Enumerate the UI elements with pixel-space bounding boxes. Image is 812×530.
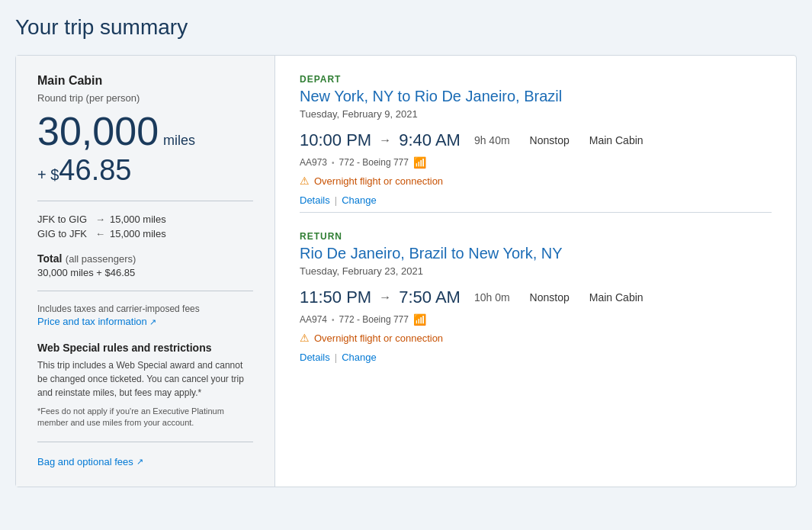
return-flight-info: AA974 • 772 - Boeing 777 📶 <box>300 313 772 326</box>
divider-2 <box>37 291 253 291</box>
return-equipment: 772 - Boeing 777 <box>339 314 409 325</box>
external-link-icon: ↗ <box>149 317 156 326</box>
depart-times-row: 10:00 PM → 9:40 AM 9h 40m Nonstop Main C… <box>300 130 772 150</box>
route-from-1: JFK to GIG <box>37 214 91 225</box>
wifi-icon-depart: 📶 <box>413 156 426 169</box>
footnote: *Fees do not apply if you're an Executiv… <box>37 406 253 429</box>
depart-overnight-row: ⚠ Overnight flight or connection <box>300 175 772 187</box>
return-tag: RETURN <box>300 231 772 242</box>
return-times-arrow-icon: → <box>379 291 391 304</box>
return-duration: 10h 0m <box>474 291 510 304</box>
total-section: Total (all passengers) 30,000 miles + $4… <box>37 252 253 278</box>
depart-tag: DEPART <box>300 74 772 85</box>
miles-amount: 30,000 <box>37 111 159 151</box>
depart-nonstop: Nonstop <box>530 134 570 146</box>
route-arrow-2: ← <box>95 228 105 239</box>
total-label: Total <box>37 252 62 265</box>
divider-1 <box>37 201 253 201</box>
return-nonstop: Nonstop <box>530 291 570 304</box>
web-special-text: This trip includes a Web Special award a… <box>37 358 253 400</box>
right-panel: DEPART New York, NY to Rio De Janeiro, B… <box>275 56 796 487</box>
depart-duration: 9h 40m <box>474 134 510 146</box>
depart-dot: • <box>332 159 335 167</box>
depart-cabin: Main Cabin <box>589 134 644 146</box>
route-from-2: GIG to JFK <box>37 228 91 239</box>
bag-external-icon: ↗ <box>136 457 143 467</box>
taxes-note: Includes taxes and carrier-imposed fees <box>37 304 253 314</box>
total-value: 30,000 miles + $46.85 <box>37 267 253 278</box>
depart-date: Tuesday, February 9, 2021 <box>300 108 772 120</box>
return-dot: • <box>332 316 335 324</box>
arrive-time: 9:40 AM <box>399 130 461 150</box>
cash-amount: 46.85 <box>59 154 131 186</box>
wifi-icon-return: 📶 <box>413 313 426 326</box>
return-section: RETURN Rio De Janeiro, Brazil to New Yor… <box>300 212 772 363</box>
price-tax-link[interactable]: Price and tax information ↗ <box>37 316 156 327</box>
return-date: Tuesday, February 23, 2021 <box>300 265 772 277</box>
return-overnight-row: ⚠ Overnight flight or connection <box>300 332 772 344</box>
route-gig-jfk: GIG to JFK ← 15,000 miles <box>37 228 253 239</box>
depart-change-link[interactable]: Change <box>342 194 377 206</box>
return-change-link[interactable]: Change <box>342 352 377 363</box>
depart-separator: | <box>335 194 337 206</box>
round-trip-label: Round trip (per person) <box>37 92 253 104</box>
depart-flight-info: AA973 • 772 - Boeing 777 📶 <box>300 156 772 169</box>
route-jfk-gig: JFK to GIG → 15,000 miles <box>37 214 253 225</box>
return-overnight-text: Overnight flight or connection <box>314 332 443 344</box>
route-miles-2: 15,000 miles <box>110 228 166 239</box>
warning-icon-return: ⚠ <box>300 332 310 344</box>
return-arrive-time: 7:50 AM <box>399 287 461 307</box>
cash-prefix: + $ <box>37 166 59 183</box>
depart-flight-code: AA973 <box>300 157 327 168</box>
warning-icon-depart: ⚠ <box>300 175 310 187</box>
route-miles-1: 15,000 miles <box>110 214 166 225</box>
return-separator: | <box>335 352 337 363</box>
return-action-row: Details | Change <box>300 352 772 363</box>
miles-word: miles <box>163 133 195 149</box>
depart-equipment: 772 - Boeing 777 <box>339 157 409 168</box>
divider-3 <box>37 442 253 442</box>
return-times-row: 11:50 PM → 7:50 AM 10h 0m Nonstop Main C… <box>300 287 772 307</box>
route-arrow-1: → <box>95 214 105 225</box>
depart-time: 10:00 PM <box>300 130 371 150</box>
web-special-title: Web Special rules and restrictions <box>37 342 253 354</box>
depart-details-link[interactable]: Details <box>300 194 330 206</box>
depart-action-row: Details | Change <box>300 194 772 206</box>
miles-row: 30,000 miles <box>37 111 253 151</box>
depart-section: DEPART New York, NY to Rio De Janeiro, B… <box>300 74 772 206</box>
total-qualifier: (all passengers) <box>66 253 136 265</box>
return-route-title: Rio De Janeiro, Brazil to New York, NY <box>300 245 772 262</box>
return-flight-code: AA974 <box>300 314 327 325</box>
cash-row: + $46.85 <box>37 154 253 187</box>
times-arrow-icon: → <box>379 133 391 147</box>
summary-container: Main Cabin Round trip (per person) 30,00… <box>15 55 797 487</box>
return-depart-time: 11:50 PM <box>300 287 371 307</box>
return-details-link[interactable]: Details <box>300 352 330 363</box>
left-panel: Main Cabin Round trip (per person) 30,00… <box>16 56 275 487</box>
return-cabin: Main Cabin <box>589 291 644 304</box>
bag-fees-link[interactable]: Bag and optional fees ↗ <box>37 456 143 467</box>
cabin-label: Main Cabin <box>37 74 253 88</box>
depart-route-title: New York, NY to Rio De Janeiro, Brazil <box>300 88 772 105</box>
depart-overnight-text: Overnight flight or connection <box>314 175 443 187</box>
page-title: Your trip summary <box>15 15 797 40</box>
